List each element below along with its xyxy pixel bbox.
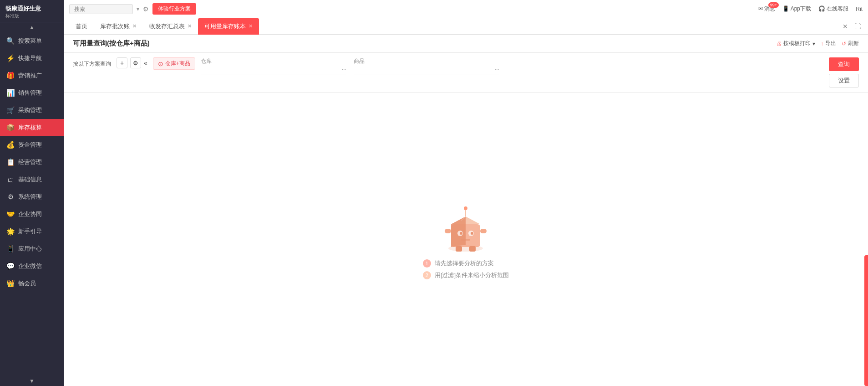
sidebar-item-label: 搜索菜单 <box>18 37 42 45</box>
tab-available-stock-close[interactable]: ✕ <box>249 23 253 29</box>
sidebar-item-label: 系统管理 <box>18 193 42 201</box>
operations-icon: 📋 <box>6 158 15 166</box>
sidebar-item-label: 销售管理 <box>18 89 42 97</box>
warehouse-label: 仓库 <box>201 57 346 65</box>
main-content: ▾ ⚙ 体验行业方案 ✉ 消息 99+ 📱 App下载 🎧 在线客服 Rit <box>64 0 868 386</box>
sidebar: 畅康通好生意 标准版 ▲ 🔍 搜索菜单 ⚡ 快捷导航 🎁 营销推广 📊 销售管理… <box>0 0 64 386</box>
tab-home-label: 首页 <box>76 22 87 31</box>
app-download-link[interactable]: 📱 App下载 <box>782 5 811 13</box>
filter-add-btn[interactable]: + <box>117 57 127 68</box>
sidebar-scroll-down[interactable]: ▼ <box>0 376 64 386</box>
sidebar-item-search[interactable]: 🔍 搜索菜单 <box>0 32 64 50</box>
message-count: 99+ <box>768 2 779 8</box>
dropdown-arrow-icon[interactable]: ▾ <box>137 6 139 12</box>
tab-summary[interactable]: 收发存汇总表 ✕ <box>143 18 198 35</box>
sidebar-item-label: 应用中心 <box>18 245 42 253</box>
tip-num-1: 1 <box>423 259 431 268</box>
tabbar: 首页 库存批次账 ✕ 收发存汇总表 ✕ 可用量库存账本 ✕ ✕ ⛶ <box>64 18 868 35</box>
goods-input[interactable] <box>354 66 492 72</box>
tab-summary-label: 收发存汇总表 <box>149 22 185 31</box>
warehouse-input-row: ··· <box>201 66 346 74</box>
message-badge[interactable]: ✉ 消息 99+ <box>758 5 775 13</box>
sidebar-item-basic[interactable]: 🗂 基础信息 <box>0 171 64 188</box>
sidebar-item-inventory[interactable]: 📦 库存核算 <box>0 119 64 136</box>
empty-tip-2: 2 用[过滤]条件来缩小分析范围 <box>423 271 509 279</box>
sidebar-item-marketing[interactable]: 🎁 营销推广 <box>0 67 64 84</box>
enterprise-icon: 🤝 <box>6 210 15 218</box>
industry-btn[interactable]: 体验行业方案 <box>152 3 196 15</box>
settings-btn[interactable]: 设置 <box>829 74 859 87</box>
sidebar-item-purchase[interactable]: 🛒 采购管理 <box>0 102 64 119</box>
finance-icon: 💰 <box>6 141 15 149</box>
sidebar-nav: 🔍 搜索菜单 ⚡ 快捷导航 🎁 营销推广 📊 销售管理 🛒 采购管理 📦 库存核… <box>0 32 64 376</box>
sidebar-item-newbie[interactable]: 🌟 新手引导 <box>0 223 64 240</box>
brand-version: 标准版 <box>5 13 58 19</box>
search-input[interactable] <box>69 4 133 14</box>
svg-rect-8 <box>461 239 470 241</box>
filter-collapse-btn[interactable]: « <box>144 59 147 67</box>
print-icon: 🖨 <box>776 41 782 47</box>
tab-close-btn[interactable]: ✕ <box>841 23 850 30</box>
export-icon: ↑ <box>821 41 823 47</box>
sidebar-item-wechat[interactable]: 💬 企业微信 <box>0 257 64 275</box>
sidebar-item-label: 采购管理 <box>18 106 42 114</box>
page-header: 可用量查询(按仓库+商品) 🖨 按模板打印 ▾ ↑ 导出 ↺ 刷新 <box>64 35 868 53</box>
topbar-right: ✉ 消息 99+ 📱 App下载 🎧 在线客服 Rit <box>758 5 863 13</box>
sidebar-item-enterprise[interactable]: 🤝 企业协同 <box>0 206 64 223</box>
tab-home[interactable]: 首页 <box>69 18 94 35</box>
filter-scheme-area: + ⚙ « <box>117 57 147 68</box>
export-btn[interactable]: ↑ 导出 <box>821 40 836 47</box>
scheme-item-label: 仓库+商品 <box>165 60 190 67</box>
user-avatar[interactable]: Rit <box>856 6 863 12</box>
print-btn[interactable]: 🖨 按模板打印 ▾ <box>776 40 815 47</box>
headset-icon: 🎧 <box>818 5 825 12</box>
tab-batch-account-label: 库存批次账 <box>100 22 130 31</box>
empty-illustration <box>438 199 493 254</box>
online-service-link[interactable]: 🎧 在线客服 <box>818 5 848 13</box>
apps-icon: 📱 <box>6 245 15 253</box>
sidebar-item-apps[interactable]: 📱 应用中心 <box>0 240 64 257</box>
tab-expand-btn[interactable]: ⛶ <box>853 23 863 30</box>
search-icon: 🔍 <box>6 37 15 45</box>
empty-svg <box>438 199 493 254</box>
gear-icon[interactable]: ⚙ <box>143 5 149 13</box>
sales-icon: 📊 <box>6 89 15 97</box>
right-scrollbar[interactable] <box>864 255 868 386</box>
scheme-item[interactable]: ⊙ 仓库+商品 <box>153 57 195 70</box>
warehouse-input[interactable] <box>201 66 339 72</box>
query-btn[interactable]: 查询 <box>829 57 859 71</box>
tab-available-stock[interactable]: 可用量库存账本 ✕ <box>198 18 259 35</box>
svg-rect-13 <box>456 246 462 252</box>
sidebar-item-finance[interactable]: 💰 资金管理 <box>0 136 64 154</box>
sidebar-item-shortcut[interactable]: ⚡ 快捷导航 <box>0 50 64 67</box>
tab-batch-account-close[interactable]: ✕ <box>132 23 137 29</box>
content-area: 1 请先选择要分析的方案 2 用[过滤]条件来缩小分析范围 <box>64 93 868 386</box>
sidebar-item-sales[interactable]: 📊 销售管理 <box>0 84 64 102</box>
sidebar-item-label: 快捷导航 <box>18 54 42 62</box>
sidebar-item-label: 企业微信 <box>18 262 42 270</box>
scheme-icon: ⊙ <box>158 60 163 67</box>
filter-field-warehouse: 仓库 ··· <box>201 57 346 74</box>
goods-input-row: ··· <box>354 66 499 74</box>
purchase-icon: 🛒 <box>6 106 15 114</box>
tab-summary-close[interactable]: ✕ <box>188 23 192 29</box>
wechat-icon: 💬 <box>6 262 15 270</box>
system-icon: ⚙ <box>6 193 15 201</box>
sidebar-item-operations[interactable]: 📋 经营管理 <box>0 154 64 171</box>
filter-area: 按以下方案查询 + ⚙ « ⊙ 仓库+商品 仓库 ··· 商品 ··· <box>64 53 868 93</box>
tabbar-controls: ✕ ⛶ <box>841 23 863 30</box>
filter-fields: 仓库 ··· 商品 ··· <box>201 57 823 74</box>
sidebar-item-system[interactable]: ⚙ 系统管理 <box>0 188 64 206</box>
sidebar-scroll-up[interactable]: ▲ <box>0 22 64 32</box>
tab-batch-account[interactable]: 库存批次账 ✕ <box>94 18 143 35</box>
svg-point-7 <box>471 232 473 235</box>
refresh-btn[interactable]: ↺ 刷新 <box>842 40 859 47</box>
sidebar-item-vip[interactable]: 👑 畅会员 <box>0 275 64 292</box>
goods-more-btn[interactable]: ··· <box>495 66 499 72</box>
inventory-icon: 📦 <box>6 124 15 132</box>
warehouse-more-btn[interactable]: ··· <box>342 66 346 72</box>
mobile-icon: 📱 <box>782 5 789 12</box>
tip-num-2: 2 <box>423 271 431 279</box>
filter-scheme-settings-btn[interactable]: ⚙ <box>130 57 141 68</box>
print-dropdown-icon: ▾ <box>812 41 815 47</box>
